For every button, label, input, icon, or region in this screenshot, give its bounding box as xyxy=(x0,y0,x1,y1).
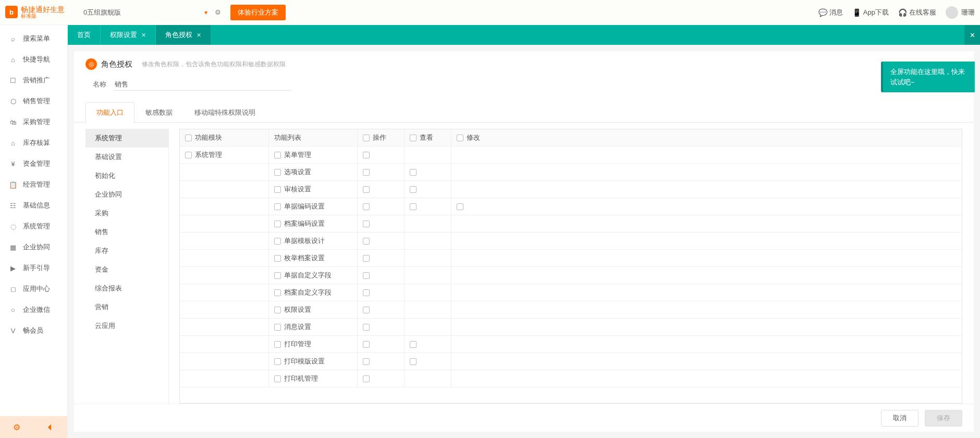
sidebar-item[interactable]: ◻应用中心 xyxy=(0,278,67,299)
func-checkbox[interactable] xyxy=(274,255,281,262)
module-checkbox[interactable] xyxy=(185,152,192,159)
sidebar-item[interactable]: ▶新手引导 xyxy=(0,258,67,278)
close-all-tabs[interactable]: ✕ xyxy=(964,25,980,45)
func-checkbox[interactable] xyxy=(274,169,281,176)
func-checkbox[interactable] xyxy=(274,341,281,348)
func-checkbox[interactable] xyxy=(274,152,281,159)
table-row: 单据模板设计 xyxy=(180,233,962,250)
func-checkbox[interactable] xyxy=(274,238,281,245)
sidebar-item[interactable]: ⬡销售管理 xyxy=(0,91,67,112)
sidebar-item[interactable]: 📋经营管理 xyxy=(0,174,67,195)
close-icon[interactable]: ✕ xyxy=(141,32,146,39)
name-input[interactable] xyxy=(114,78,291,91)
view-header-checkbox[interactable] xyxy=(410,135,416,141)
view-checkbox[interactable] xyxy=(410,203,416,210)
op-checkbox[interactable] xyxy=(363,186,370,193)
online-support-link[interactable]: 🎧 在线客服 xyxy=(898,8,936,17)
view-checkbox[interactable] xyxy=(410,341,416,348)
op-checkbox[interactable] xyxy=(363,272,370,279)
sidebar-item[interactable]: ¥资金管理 xyxy=(0,153,67,174)
view-checkbox[interactable] xyxy=(410,358,416,365)
sub-tab[interactable]: 功能入口 xyxy=(85,102,134,123)
sidebar-item[interactable]: ○企业微信 xyxy=(0,299,67,320)
op-checkbox[interactable] xyxy=(363,289,370,296)
sidebar-item-label: 企业微信 xyxy=(23,305,50,314)
op-checkbox[interactable] xyxy=(363,221,370,227)
op-checkbox[interactable] xyxy=(363,238,370,245)
table-row: 权限设置 xyxy=(180,301,962,319)
close-icon[interactable]: ✕ xyxy=(197,32,201,39)
category-item[interactable]: 基础设置 xyxy=(85,148,168,166)
category-item[interactable]: 销售 xyxy=(85,223,168,241)
edit-header-checkbox[interactable] xyxy=(457,135,463,141)
app-download-link[interactable]: 📱 App下载 xyxy=(852,8,889,17)
category-item[interactable]: 营销 xyxy=(85,298,168,317)
tab[interactable]: 角色授权✕ xyxy=(156,25,211,45)
sidebar-item[interactable]: V畅会员 xyxy=(0,320,67,341)
sidebar-item[interactable]: 🛍采购管理 xyxy=(0,112,67,132)
sidebar-item[interactable]: ☐营销推广 xyxy=(0,70,67,91)
op-checkbox[interactable] xyxy=(363,341,370,348)
func-checkbox[interactable] xyxy=(274,307,281,313)
category-item[interactable]: 库存 xyxy=(85,241,168,260)
sidebar-item-icon: 📋 xyxy=(8,181,18,189)
op-checkbox[interactable] xyxy=(363,375,370,382)
sub-tab[interactable]: 敏感数据 xyxy=(134,102,183,123)
category-item[interactable]: 综合报表 xyxy=(85,279,168,298)
func-checkbox[interactable] xyxy=(274,289,281,296)
func-checkbox[interactable] xyxy=(274,203,281,210)
func-checkbox[interactable] xyxy=(274,375,281,382)
messages-label: 消息 xyxy=(829,8,843,17)
settings-gear-icon[interactable]: ⚙ xyxy=(215,8,221,16)
cancel-button[interactable]: 取消 xyxy=(881,410,918,427)
module-header-checkbox[interactable] xyxy=(185,135,192,141)
func-checkbox[interactable] xyxy=(274,358,281,365)
func-checkbox[interactable] xyxy=(274,186,281,193)
save-button[interactable]: 保存 xyxy=(925,410,962,427)
version-select[interactable]: 0五组旗舰版 ▾ xyxy=(83,8,207,17)
tab[interactable]: 首页 xyxy=(68,25,101,45)
sidebar-item[interactable]: ◌系统管理 xyxy=(0,216,67,237)
category-item[interactable]: 系统管理 xyxy=(85,129,168,148)
table-row: 系统管理菜单管理 xyxy=(180,147,962,164)
op-checkbox[interactable] xyxy=(363,324,370,331)
sidebar-item-label: 企业协同 xyxy=(23,242,50,252)
page-head-icon: ◎ xyxy=(85,58,97,70)
settings-icon[interactable]: ⚙ xyxy=(13,422,20,432)
sidebar-item[interactable]: ⌕搜索菜单 xyxy=(0,28,67,49)
headset-icon: 🎧 xyxy=(898,8,907,17)
op-checkbox[interactable] xyxy=(363,152,370,159)
op-checkbox[interactable] xyxy=(363,169,370,176)
edit-checkbox[interactable] xyxy=(457,203,463,210)
op-checkbox[interactable] xyxy=(363,255,370,262)
sub-tab[interactable]: 移动端特殊权限说明 xyxy=(183,102,266,123)
func-checkbox[interactable] xyxy=(274,221,281,227)
collapse-icon[interactable]: ⏴ xyxy=(46,422,54,432)
sidebar-item[interactable]: ⌂库存核算 xyxy=(0,132,67,153)
tab-label: 权限设置 xyxy=(110,30,137,40)
avatar xyxy=(946,6,958,19)
sidebar-item[interactable]: ☷基础信息 xyxy=(0,195,67,216)
category-item[interactable]: 采购 xyxy=(85,204,168,223)
user-menu[interactable]: 珊珊 xyxy=(946,6,975,19)
view-checkbox[interactable] xyxy=(410,169,416,176)
category-item[interactable]: 云应用 xyxy=(85,317,168,335)
module-label: 系统管理 xyxy=(195,150,222,160)
op-checkbox[interactable] xyxy=(363,307,370,313)
tab[interactable]: 权限设置✕ xyxy=(101,25,156,45)
op-header-checkbox[interactable] xyxy=(363,135,370,141)
category-item[interactable]: 资金 xyxy=(85,260,168,279)
view-checkbox[interactable] xyxy=(410,186,416,193)
sidebar-item[interactable]: ▦企业协同 xyxy=(0,237,67,258)
func-checkbox[interactable] xyxy=(274,272,281,279)
promo-button[interactable]: 体验行业方案 xyxy=(230,5,286,20)
op-checkbox[interactable] xyxy=(363,358,370,365)
messages-link[interactable]: 💬 消息 xyxy=(818,8,843,17)
category-item[interactable]: 企业协同 xyxy=(85,185,168,204)
func-checkbox[interactable] xyxy=(274,324,281,331)
logo[interactable]: b 畅捷通好生意 标准版 xyxy=(5,6,73,18)
op-checkbox[interactable] xyxy=(363,203,370,210)
sidebar-item[interactable]: ⌂快捷导航 xyxy=(0,49,67,70)
category-item[interactable]: 初始化 xyxy=(85,166,168,185)
table-row: 打印管理 xyxy=(180,336,962,353)
